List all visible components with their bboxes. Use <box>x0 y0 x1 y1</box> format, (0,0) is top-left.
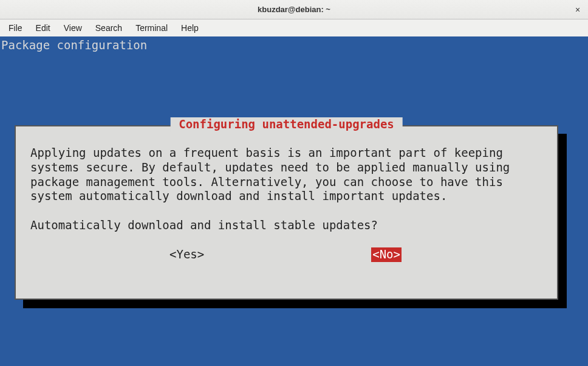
config-dialog: Configuring unattended-upgrades Applying… <box>15 125 558 300</box>
dialog-title: Configuring unattended-upgrades <box>170 117 403 132</box>
dialog-body: Applying updates on a frequent basis is … <box>30 146 542 233</box>
menu-terminal[interactable]: Terminal <box>129 21 174 35</box>
menu-edit[interactable]: Edit <box>30 21 56 35</box>
dialog-description: Applying updates on a frequent basis is … <box>30 146 542 204</box>
terminal-area: Package configuration Configuring unatte… <box>0 36 588 366</box>
close-icon[interactable]: × <box>572 4 583 15</box>
menu-view[interactable]: View <box>58 21 88 35</box>
yes-button[interactable]: <Yes> <box>169 247 204 262</box>
menu-file[interactable]: File <box>2 21 29 35</box>
dialog-buttons: <Yes> <No> <box>30 247 542 262</box>
dialog-question: Automatically download and install stabl… <box>30 218 542 233</box>
menu-help[interactable]: Help <box>175 21 205 35</box>
package-config-header: Package configuration <box>0 36 588 53</box>
window-title: kbuzdar@debian: ~ <box>258 5 330 14</box>
menu-search[interactable]: Search <box>89 21 128 35</box>
no-button[interactable]: <No> <box>371 247 402 262</box>
menubar: File Edit View Search Terminal Help <box>0 19 588 36</box>
window-titlebar: kbuzdar@debian: ~ × <box>0 0 588 19</box>
